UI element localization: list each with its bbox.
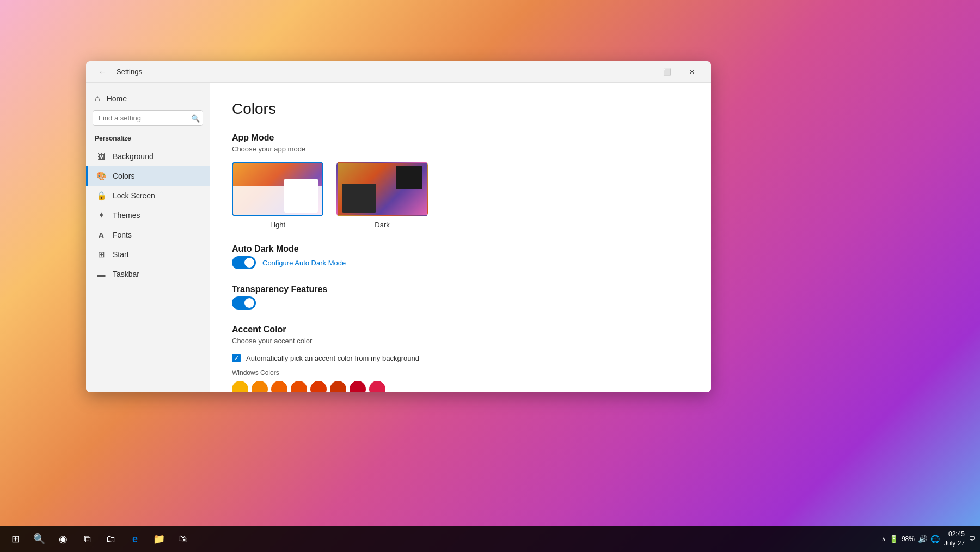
lock-icon: 🔒	[96, 191, 106, 201]
color-swatch[interactable]	[291, 381, 307, 392]
taskbar: ⊞ 🔍 ◉ ⧉ 🗂 e 📁 🛍 ∧ 🔋 98% 🔊 🌐 02:45 July 2…	[0, 526, 980, 552]
search-icon[interactable]: 🔍	[191, 114, 200, 122]
configure-auto-dark-link[interactable]: Configure Auto Dark Mode	[262, 259, 346, 267]
transparency-toggle[interactable]	[232, 296, 256, 310]
close-button[interactable]: ✕	[679, 63, 705, 81]
clock-date: July 27	[944, 539, 965, 548]
sidebar-home[interactable]: ⌂ Home	[86, 89, 210, 108]
home-icon: ⌂	[95, 94, 100, 104]
windows-colors-label: Windows Colors	[232, 369, 689, 377]
app-mode-title: App Mode	[232, 133, 689, 143]
transparency-toggle-row	[232, 296, 689, 310]
restore-button[interactable]: ⬜	[654, 63, 679, 81]
taskbar-left: ⊞ 🔍 ◉ ⧉ 🗂 e 📁 🛍	[4, 528, 194, 550]
transparency-title: Transparency Features	[232, 284, 689, 294]
mode-option-light[interactable]: Light	[232, 162, 323, 229]
auto-accent-label: Automatically pick an accent color from …	[246, 354, 419, 362]
sidebar-item-background[interactable]: 🖼 Background	[86, 147, 210, 166]
background-icon: 🖼	[96, 151, 106, 161]
window-body: ⌂ Home 🔍 Personalize 🖼 Background 🎨 Colo…	[86, 83, 711, 392]
dark-panel1	[342, 184, 376, 213]
search-box: 🔍	[93, 110, 203, 126]
fonts-icon: A	[96, 230, 106, 240]
light-panel	[284, 179, 318, 213]
transparency-section: Transparency Features	[232, 284, 689, 310]
back-button[interactable]: ←	[95, 64, 110, 80]
taskbar-clock[interactable]: 02:45 July 27	[944, 530, 965, 548]
auto-accent-row: ✓ Automatically pick an accent color fro…	[232, 354, 689, 362]
color-swatch[interactable]	[252, 381, 268, 392]
swatches-row-1	[232, 381, 689, 392]
mode-option-dark[interactable]: Dark	[336, 162, 428, 229]
color-swatch[interactable]	[310, 381, 327, 392]
file-manager-button[interactable]: 📁	[148, 528, 170, 550]
start-icon: ⊞	[96, 250, 106, 259]
file-explorer-button[interactable]: 🗂	[100, 528, 122, 550]
cortana-button[interactable]: ◉	[52, 528, 74, 550]
content-area: Colors App Mode Choose your app mode Lig…	[210, 83, 711, 392]
color-swatch[interactable]	[350, 381, 366, 392]
colors-icon: 🎨	[96, 171, 106, 181]
battery-percentage: 98%	[902, 535, 915, 543]
notification-button[interactable]: 🗨	[969, 535, 976, 543]
taskview-button[interactable]: ⧉	[76, 528, 98, 550]
sidebar-item-taskbar[interactable]: ▬ Taskbar	[86, 264, 210, 284]
settings-window: ← Settings — ⬜ ✕ ⌂ Home 🔍 Personalize 🖼 …	[86, 61, 711, 392]
speaker-icon[interactable]: 🔊	[918, 535, 927, 543]
app-mode-section: App Mode Choose your app mode Light	[232, 133, 689, 229]
sidebar-section-label: Personalize	[86, 132, 210, 147]
auto-dark-toggle-row: Configure Auto Dark Mode	[232, 256, 689, 269]
auto-dark-section: Auto Dark Mode Configure Auto Dark Mode	[232, 244, 689, 269]
light-mode-label: Light	[270, 221, 285, 229]
start-button[interactable]: ⊞	[4, 528, 26, 550]
sidebar-item-themes[interactable]: ✦ Themes	[86, 205, 210, 225]
edge-button[interactable]: e	[124, 528, 146, 550]
dark-mode-label: Dark	[375, 221, 389, 229]
sidebar: ⌂ Home 🔍 Personalize 🖼 Background 🎨 Colo…	[86, 83, 210, 392]
sidebar-item-colors-label: Colors	[113, 172, 134, 180]
title-bar-left: ← Settings	[95, 64, 142, 80]
sidebar-item-colors[interactable]: 🎨 Colors	[86, 166, 210, 186]
accent-color-title: Accent Color	[232, 325, 689, 335]
store-button[interactable]: 🛍	[172, 528, 194, 550]
app-mode-subtitle: Choose your app mode	[232, 145, 689, 153]
sidebar-item-fonts[interactable]: A Fonts	[86, 225, 210, 245]
sidebar-item-start[interactable]: ⊞ Start	[86, 245, 210, 264]
minimize-button[interactable]: —	[629, 63, 654, 81]
auto-accent-checkbox[interactable]: ✓	[232, 354, 241, 362]
accent-color-section: Accent Color Choose your accent color ✓ …	[232, 325, 689, 392]
auto-dark-title: Auto Dark Mode	[232, 244, 689, 254]
window-title: Settings	[117, 68, 142, 76]
sidebar-item-themes-label: Themes	[113, 211, 140, 220]
network-icon[interactable]: 🌐	[930, 535, 940, 543]
taskbar-icon-sidebar: ▬	[96, 269, 106, 279]
color-swatch[interactable]	[232, 381, 248, 392]
auto-dark-toggle[interactable]	[232, 256, 256, 269]
title-bar: ← Settings — ⬜ ✕	[86, 61, 711, 83]
sidebar-home-label: Home	[107, 94, 127, 103]
accent-color-subtitle: Choose your accent color	[232, 337, 689, 345]
system-tray: ∧ 🔋 98% 🔊 🌐	[881, 535, 940, 543]
taskbar-right: ∧ 🔋 98% 🔊 🌐 02:45 July 27 🗨	[881, 530, 976, 548]
dark-thumbnail	[336, 162, 428, 216]
clock-time: 02:45	[944, 530, 965, 539]
search-input[interactable]	[93, 110, 203, 126]
sidebar-item-start-label: Start	[113, 250, 129, 259]
sidebar-item-background-label: Background	[113, 152, 154, 161]
page-title: Colors	[232, 100, 689, 118]
dark-panel2	[396, 166, 422, 189]
sidebar-item-lock-screen[interactable]: 🔒 Lock Screen	[86, 186, 210, 205]
app-mode-options: Light Dark	[232, 162, 689, 229]
themes-icon: ✦	[96, 210, 106, 220]
color-swatch[interactable]	[330, 381, 346, 392]
sidebar-item-fonts-label: Fonts	[113, 230, 132, 239]
light-thumbnail	[232, 162, 323, 216]
taskbar-search-button[interactable]: 🔍	[28, 528, 50, 550]
systray-expand-icon[interactable]: ∧	[881, 536, 886, 543]
color-swatch[interactable]	[271, 381, 287, 392]
sidebar-item-lock-screen-label: Lock Screen	[113, 191, 155, 200]
battery-icon: 🔋	[889, 535, 898, 543]
window-controls: — ⬜ ✕	[629, 63, 705, 81]
sidebar-item-taskbar-label: Taskbar	[113, 270, 139, 278]
color-swatch[interactable]	[369, 381, 385, 392]
